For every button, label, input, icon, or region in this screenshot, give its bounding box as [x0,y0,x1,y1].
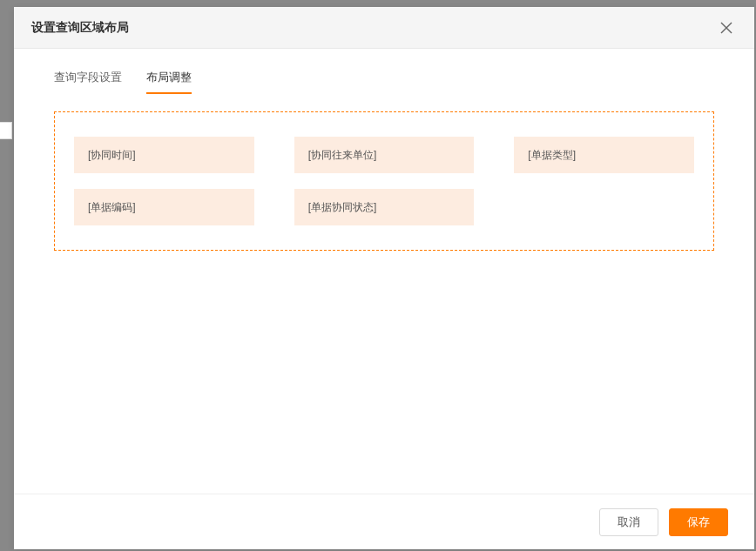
layout-drop-area[interactable]: [协同时间] [协同往来单位] [单据类型] [单据编码] [单据协同状态] [54,111,714,251]
field-item-document-code[interactable]: [单据编码] [74,189,254,225]
field-item-collaboration-partner[interactable]: [协同往来单位] [294,137,475,173]
field-item-collaboration-time[interactable]: [协同时间] [74,137,254,173]
background-control-hint [0,122,12,139]
save-button[interactable]: 保存 [669,508,728,536]
field-label: [单据协同状态] [308,200,377,215]
modal-body: 查询字段设置 布局调整 [协同时间] [协同往来单位] [单据类型] [单据编码… [14,49,754,494]
close-icon [720,22,732,34]
field-item-document-type[interactable]: [单据类型] [514,137,694,173]
field-label: [协同往来单位] [308,148,377,163]
field-item-collaboration-status[interactable]: [单据协同状态] [294,189,475,225]
field-label: [协同时间] [88,148,136,163]
modal-footer: 取消 保存 [14,494,754,549]
field-label: [单据类型] [528,148,576,163]
field-grid: [协同时间] [协同往来单位] [单据类型] [单据编码] [单据协同状态] [74,137,694,225]
tab-layout-adjust[interactable]: 布局调整 [146,70,192,94]
tabs: 查询字段设置 布局调整 [54,70,714,94]
layout-settings-modal: 设置查询区域布局 查询字段设置 布局调整 [协同时间] [协同往来单位] [单据… [14,7,754,549]
modal-title: 设置查询区域布局 [31,20,129,36]
modal-header: 设置查询区域布局 [14,7,754,49]
tab-query-field-settings[interactable]: 查询字段设置 [54,70,122,94]
close-button[interactable] [716,17,737,38]
cancel-button[interactable]: 取消 [599,508,658,536]
field-label: [单据编码] [88,200,136,215]
